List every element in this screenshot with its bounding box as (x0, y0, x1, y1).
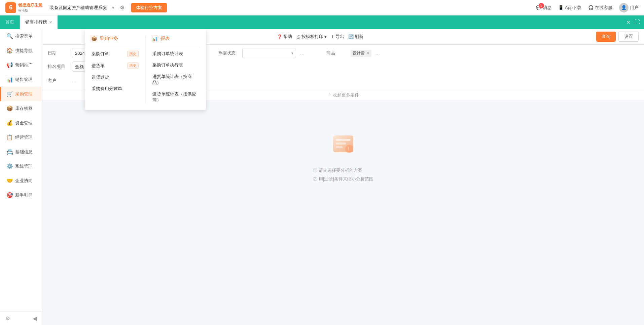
logo-icon: 6 (5, 2, 16, 13)
reports-col-header-label: 报表 (160, 36, 170, 42)
online-service-button[interactable]: 🎧 在线客服 (588, 5, 612, 11)
user-label: 用户 (630, 5, 639, 11)
dropdown-col-reports: 📊 报表 采购订单统计表 采购订单执行表 进货单统计表（按商品） 进货单统计表（… (146, 33, 206, 106)
goods-receipt-label: 进货单 (92, 63, 105, 69)
message-button[interactable]: 💬 5 消息 (536, 5, 551, 11)
reports-col-header: 📊 报表 (151, 33, 201, 46)
reports-col-header-icon: 📊 (151, 35, 158, 42)
purchase-col-header-icon: 📦 (90, 35, 98, 42)
goods-receipt-history: 历史 (127, 63, 139, 69)
app-download-button[interactable]: 📱 App下载 (558, 5, 581, 11)
goods-return-label: 进货退货 (92, 74, 109, 80)
purchase-order-history: 历史 (127, 51, 139, 57)
po-stats-label: 采购订单统计表 (152, 51, 183, 57)
purchase-cost-label: 采购费用分摊单 (92, 86, 122, 92)
purchase-col-header-label: 采购业务 (100, 36, 118, 42)
dropdown-item-po-stats[interactable]: 采购订单统计表 (151, 48, 201, 59)
tab-home-label: 首页 (5, 19, 14, 25)
online-service-label: 在线客服 (595, 5, 612, 11)
dropdown-item-goods-receipt[interactable]: 进货单 历史 (90, 60, 140, 72)
header-left: 6 畅捷通好生意 标准版 装备及固定资产辅助管理系统 ▾ ⚙ 体验行业方案 (5, 2, 167, 13)
top-header: 6 畅捷通好生意 标准版 装备及固定资产辅助管理系统 ▾ ⚙ 体验行业方案 💬 … (0, 0, 644, 15)
brand-sub: 标准版 (18, 8, 42, 12)
receipt-stats-supplier-label: 进货单统计表（按供应商） (152, 91, 200, 103)
dropdown-item-purchase-cost[interactable]: 采购费用分摊单 (90, 83, 140, 94)
receipt-stats-goods-label: 进货单统计表（按商品） (152, 74, 200, 86)
tab-close-icon[interactable]: ✕ (49, 20, 52, 25)
purchase-col-header: 📦 采购业务 (90, 33, 140, 46)
main-layout: 🔍 搜索菜单 🏠 快捷导航 📢 营销推广 📊 销售管理 🛒 采购管理 📦 (0, 29, 644, 325)
dropdown-columns: 📦 采购业务 采购订单 历史 进货单 历史 进货退货 (85, 33, 206, 106)
dropdown-item-goods-return[interactable]: 进货退货 (90, 72, 140, 83)
app-download-label: App下载 (565, 5, 581, 11)
purchase-dropdown-menu: 📦 采购业务 采购订单 历史 进货单 历史 进货退货 (85, 29, 206, 110)
po-execution-label: 采购订单执行表 (152, 62, 183, 68)
system-settings-icon[interactable]: ⚙ (120, 4, 124, 11)
system-title-arrow-icon[interactable]: ▾ (112, 5, 114, 10)
logo-area: 6 畅捷通好生意 标准版 (5, 2, 46, 13)
system-title: 装备及固定资产辅助管理系统 (50, 5, 107, 11)
header-right: 💬 5 消息 📱 App下载 🎧 在线客服 👤 用户 (536, 3, 639, 12)
purchase-order-label: 采购订单 (92, 51, 109, 57)
dropdown-item-receipt-stats-goods[interactable]: 进货单统计表（按商品） (151, 71, 201, 88)
brand-name: 畅捷通好生意 (18, 3, 42, 8)
dropdown-item-po-execution[interactable]: 采购订单执行表 (151, 59, 201, 71)
industry-button[interactable]: 体验行业方案 (131, 3, 167, 12)
message-badge: 5 (539, 3, 544, 8)
tab-sales-ranking-label: 销售排行榜 (25, 19, 47, 25)
user-button[interactable]: 👤 用户 (619, 3, 639, 12)
content-area: ❓ 帮助 🖨 按模板打印 ▾ ⬆ 导出 🔄 刷新 查询 (42, 29, 644, 325)
tab-sales-ranking[interactable]: 销售排行榜 ✕ (20, 15, 58, 29)
avatar-icon: 👤 (621, 5, 627, 10)
tab-home[interactable]: 首页 (0, 15, 20, 29)
dropdown-col-purchase: 📦 采购业务 采购订单 历史 进货单 历史 进货退货 (85, 33, 145, 106)
tab-bar: 首页 销售排行榜 ✕ ✕ ⛶ (0, 15, 644, 29)
avatar: 👤 (619, 3, 629, 12)
close-tab-icon[interactable]: ✕ (625, 18, 632, 27)
mobile-icon: 📱 (558, 5, 564, 10)
dropdown-item-purchase-order[interactable]: 采购订单 历史 (90, 48, 140, 60)
logo-text: 畅捷通好生意 标准版 (18, 3, 42, 12)
headset-icon: 🎧 (588, 5, 594, 10)
expand-tab-icon[interactable]: ⛶ (633, 18, 641, 27)
tab-bar-controls: ✕ ⛶ (625, 18, 644, 27)
dropdown-item-receipt-stats-supplier[interactable]: 进货单统计表（按供应商） (151, 88, 201, 106)
